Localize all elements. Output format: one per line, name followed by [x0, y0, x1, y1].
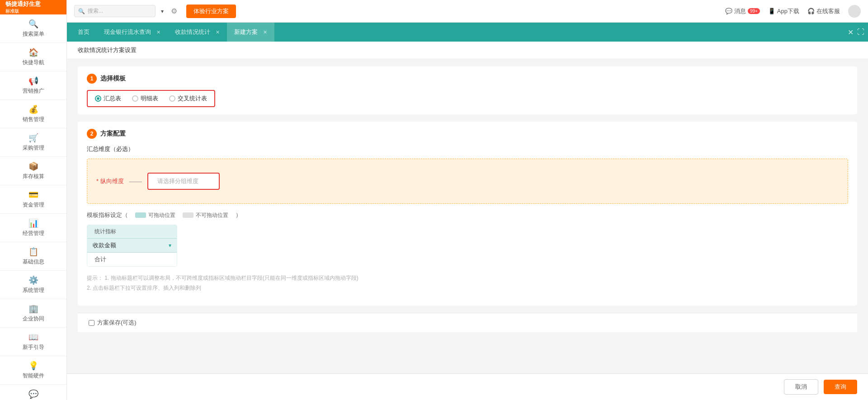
- sidebar-item-6[interactable]: 💳 资金管理: [0, 185, 66, 214]
- sidebar-icon-9: ⚙️: [28, 275, 38, 285]
- query-button[interactable]: 查询: [824, 380, 857, 394]
- download-item[interactable]: 📱 App下载: [768, 7, 799, 15]
- trial-button[interactable]: 体验行业方案: [186, 5, 236, 18]
- topbar: 🔍 搜索... ▾ ⚙ 体验行业方案 💬 消息 99+ 📱 App下载 🎧 在线…: [67, 0, 868, 23]
- metrics-table: 统计指标 收款金额 ▾ 合计: [87, 225, 177, 267]
- sidebar-item-7[interactable]: 📊 经营管理: [0, 214, 66, 242]
- sidebar-item-2[interactable]: 📢 营销推广: [0, 71, 66, 100]
- notification-item[interactable]: 💬 消息 99+: [725, 7, 760, 15]
- sidebar-item-11[interactable]: 📖 新手引导: [0, 328, 66, 356]
- dimension-row-label: * 纵向维度: [96, 177, 124, 185]
- sidebar-icon-10: 🏢: [28, 304, 38, 314]
- tab-close-1[interactable]: ✕: [156, 29, 160, 35]
- close-window-icon[interactable]: ✕: [848, 28, 854, 37]
- sidebar-label-4: 采购管理: [23, 144, 44, 152]
- topbar-search[interactable]: 🔍 搜索...: [74, 5, 156, 17]
- download-label: App下载: [777, 7, 799, 15]
- template-options: 汇总表 明细表 交叉统计表: [87, 90, 215, 107]
- dimension-label: 汇总维度（必选）: [87, 145, 848, 153]
- legend-draggable-color: [135, 212, 146, 218]
- radio-label-2: 交叉统计表: [178, 94, 207, 103]
- sidebar-item-9[interactable]: ⚙️ 系统管理: [0, 271, 66, 299]
- nav-tab-label-1: 现金银行流水查询: [104, 28, 151, 36]
- legend-fixed: 不可拖动位置: [183, 212, 228, 219]
- metrics-header: 模板指标设定（ 可拖动位置 不可拖动位置 ）: [87, 211, 848, 219]
- sidebar-item-1[interactable]: 🏠 快捷导航: [0, 43, 66, 71]
- sidebar-icon-2: 📢: [28, 76, 38, 86]
- sidebar-item-3[interactable]: 💰 销售管理: [0, 100, 66, 128]
- sidebar-icon-13: 💬: [28, 389, 38, 399]
- radio-label-1: 明细表: [141, 94, 158, 103]
- step1-number: 1: [87, 74, 97, 84]
- sidebar-item-5[interactable]: 📦 库存核算: [0, 157, 66, 185]
- page-title: 收款情况统计方案设置: [78, 47, 137, 53]
- app-version: 标准版: [5, 8, 41, 14]
- sidebar-label-3: 销售管理: [23, 116, 44, 123]
- nav-tabs-actions: ✕ ⛶: [848, 28, 864, 37]
- sidebar-label-11: 新手引导: [23, 344, 44, 351]
- service-label: 在线客服: [816, 7, 840, 15]
- service-icon: 🎧: [807, 8, 815, 14]
- metrics-total: 合计: [87, 253, 177, 266]
- footer-bar: 取消 查询: [67, 373, 868, 400]
- sidebar-icon-6: 💳: [28, 190, 38, 200]
- sidebar-label-9: 系统管理: [23, 287, 44, 294]
- topbar-right: 💬 消息 99+ 📱 App下载 🎧 在线客服: [725, 5, 861, 18]
- sidebar-icon-3: 💰: [28, 104, 38, 114]
- nav-tab-label-2: 收款情况统计: [175, 28, 210, 36]
- dimension-select[interactable]: 请选择分组维度: [147, 173, 220, 190]
- legend-fixed-label: 不可拖动位置: [196, 212, 228, 219]
- sidebar-label-8: 基础信息: [23, 258, 44, 266]
- nav-tab-2[interactable]: 收款情况统计✕: [168, 23, 227, 42]
- service-item[interactable]: 🎧 在线客服: [807, 7, 840, 15]
- sidebar-icon-12: 💡: [28, 361, 38, 371]
- step1-title: 选择模板: [100, 75, 126, 83]
- tab-close-2[interactable]: ✕: [216, 29, 220, 35]
- radio-dot-2: [169, 95, 175, 102]
- dimension-arrow: ——: [129, 178, 142, 185]
- dimension-area: * 纵向维度 —— 请选择分组维度: [87, 159, 848, 204]
- save-checkbox[interactable]: [89, 320, 94, 326]
- topbar-dropdown[interactable]: ▾: [161, 8, 164, 14]
- radio-dot-0: [95, 95, 101, 102]
- tip-line2: 2. 点击标题栏下拉可设置排序、插入列和删除列: [87, 283, 848, 293]
- maximize-icon[interactable]: ⛶: [857, 28, 864, 36]
- sidebar-icon-11: 📖: [28, 332, 38, 342]
- sidebar-icon-1: 🏠: [28, 47, 38, 57]
- legend-draggable-label: 可拖动位置: [148, 212, 175, 219]
- step2-number: 2: [87, 129, 97, 139]
- sidebar-item-10[interactable]: 🏢 企业协同: [0, 299, 66, 328]
- sidebar-label-12: 智能硬件: [23, 372, 44, 380]
- sidebar-item-0[interactable]: 🔍 搜索菜单: [0, 14, 66, 43]
- notification-label: 消息: [734, 7, 746, 15]
- tab-close-3[interactable]: ✕: [263, 29, 267, 35]
- sidebar-label-7: 经营管理: [23, 230, 44, 237]
- save-checkbox-label[interactable]: 方案保存(可选): [89, 319, 137, 327]
- metrics-cell-dropdown-icon[interactable]: ▾: [169, 242, 171, 249]
- sidebar-icon-7: 📊: [28, 218, 38, 228]
- sidebar-label-10: 企业协同: [23, 315, 44, 323]
- template-option-2[interactable]: 交叉统计表: [169, 94, 207, 103]
- page-content: 收款情况统计方案设置 1 选择模板 汇总表 明细表 交叉统计表: [67, 42, 868, 373]
- download-icon: 📱: [768, 8, 775, 14]
- topbar-settings-icon[interactable]: ⚙: [171, 7, 177, 15]
- nav-tab-label-3: 新建方案: [234, 28, 258, 36]
- sidebar-item-4[interactable]: 🛒 采购管理: [0, 128, 66, 157]
- page-header: 收款情况统计方案设置: [67, 42, 868, 59]
- nav-tab-1[interactable]: 现金银行流水查询✕: [97, 23, 168, 42]
- nav-tab-3[interactable]: 新建方案✕: [227, 23, 274, 42]
- notification-icon: 💬: [725, 8, 732, 14]
- metrics-cell-amount[interactable]: 收款金额 ▾: [87, 239, 177, 253]
- sidebar-icon-0: 🔍: [28, 19, 38, 29]
- sidebar-item-13[interactable]: 💬 企业微信: [0, 385, 66, 400]
- step1-section: 1 选择模板 汇总表 明细表 交叉统计表: [78, 66, 857, 114]
- avatar[interactable]: [848, 5, 861, 18]
- nav-tab-0[interactable]: 首页: [71, 23, 97, 42]
- sidebar-item-8[interactable]: 📋 基础信息: [0, 242, 66, 271]
- template-option-0[interactable]: 汇总表: [95, 94, 121, 103]
- radio-label-0: 汇总表: [104, 94, 121, 103]
- legend-fixed-color: [183, 212, 193, 218]
- template-option-1[interactable]: 明细表: [132, 94, 158, 103]
- sidebar-item-12[interactable]: 💡 智能硬件: [0, 356, 66, 385]
- cancel-button[interactable]: 取消: [784, 379, 818, 395]
